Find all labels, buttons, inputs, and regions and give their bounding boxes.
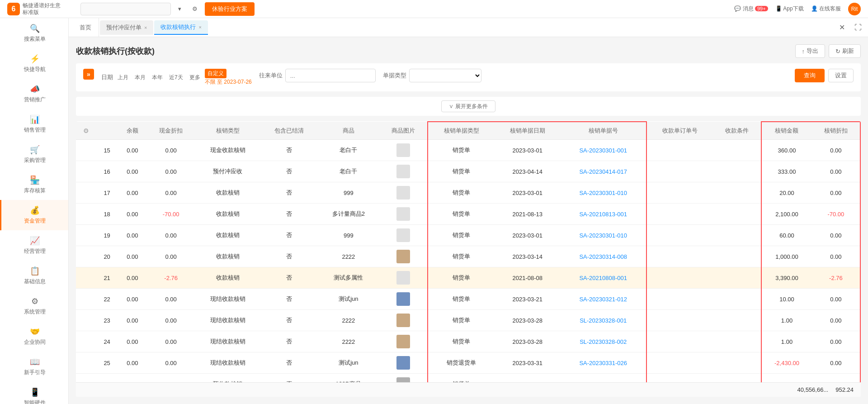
expand-more-button[interactable]: ∨ 展开更多条件 — [441, 100, 495, 112]
value-cell: -2.76 — [164, 275, 178, 281]
td-cancel_bill_no[interactable]: SA-20210813-001 — [561, 204, 646, 225]
sidebar-label-11: 新手引导 — [24, 369, 46, 376]
online-service-link[interactable]: 👤 在线客服 — [811, 5, 841, 13]
sidebar-item-10[interactable]: 🤝企业协同 — [0, 321, 68, 352]
table-footer: 40,556,66... 952.24 — [76, 382, 861, 397]
search-input[interactable] — [80, 3, 171, 15]
notification-icon[interactable]: 💬 消息 99+ — [734, 5, 768, 13]
sidebar-item-8[interactable]: 📋基础信息 — [0, 261, 68, 291]
sidebar-item-2[interactable]: 📣营销推广 — [0, 79, 68, 109]
td-cancel_bill_type: 销货单 — [428, 246, 494, 267]
bill-no-link[interactable]: SA-20210813-001 — [579, 211, 627, 218]
tab-close-btn[interactable]: ✕ — [835, 21, 848, 34]
td-receipt_order_no — [646, 140, 713, 161]
from-unit-input[interactable] — [285, 69, 376, 82]
td-cancel_bill_type: 销货单 — [428, 182, 494, 204]
td-cancel_bill_no[interactable]: SA-20230301-010 — [561, 225, 646, 246]
avatar[interactable]: Rit — [848, 3, 861, 15]
td-cancel_bill_no[interactable]: SA-20230331-026 — [561, 352, 646, 374]
product-image — [396, 186, 410, 200]
export-button[interactable]: ↑ 导出 — [795, 44, 826, 58]
dropdown-btn[interactable]: ▾ — [175, 3, 185, 15]
td-include_settled: 否 — [261, 182, 318, 204]
bill-no-link[interactable]: SA-20230301-010 — [579, 232, 627, 239]
th-cancel_amount: 核销金额 — [761, 122, 812, 140]
sidebar-icon-7: 📈 — [30, 236, 40, 246]
settings-col-icon[interactable]: ⚙ — [83, 127, 89, 134]
sidebar-item-4[interactable]: 🛒采购管理 — [0, 139, 68, 170]
td-cancel_amount: 20.00 — [761, 374, 812, 383]
table-row: 240.000.00现结收款核销否2222销货单2023-03-28SL-202… — [76, 331, 860, 352]
bill-no-link[interactable]: SA-20230414-017 — [579, 168, 627, 175]
query-button[interactable]: 查询 — [795, 69, 825, 82]
th-cash_discount: 现金折扣 — [147, 122, 195, 140]
td-cancel_bill_date: 2023-04-14 — [495, 161, 561, 182]
table-row: 200.000.00收款核销否2222销货单2023-03-14SA-20230… — [76, 246, 860, 267]
bill-no-link[interactable]: SA-20230314-008 — [579, 253, 627, 260]
td-receipt_order_no — [646, 161, 713, 182]
product-image — [396, 377, 410, 382]
bill-no-link[interactable]: SA-20230321-012 — [579, 296, 627, 303]
settings-button[interactable]: 设置 — [828, 69, 854, 82]
td-cancel_bill_no[interactable]: SL-20230328-002 — [561, 331, 646, 352]
td-product_img — [379, 246, 428, 267]
refresh-button[interactable]: ↻ 刷新 — [829, 44, 861, 58]
td-include_settled: 否 — [261, 374, 318, 383]
bill-no-link[interactable]: SA-20230331-026 — [579, 360, 627, 366]
td-receipt_order_no — [646, 267, 713, 289]
td-cancel_bill_no[interactable]: SA-20230314-008 — [561, 246, 646, 267]
filter-bar: » 日期 上月本月本年近7天更多 自定义 不限 至 2023-07-26 往来单… — [76, 63, 861, 91]
sidebar-item-5[interactable]: 🏪库存核算 — [0, 170, 68, 200]
single-report-select[interactable] — [409, 69, 481, 82]
tab-receipt-close[interactable]: × — [198, 24, 201, 30]
sidebar-item-12[interactable]: 📱智能硬件 — [0, 382, 68, 404]
sidebar-item-11[interactable]: 📖新手引导 — [0, 352, 68, 382]
td-cancel_type: 现金收款核销 — [195, 140, 261, 161]
filter-expand-btn[interactable]: » — [83, 69, 94, 80]
td-cancel_bill_no[interactable]: SA-20230414-017 — [561, 161, 646, 182]
td-seq: 24 — [96, 331, 118, 352]
tab-expand-btn[interactable]: ⛶ — [852, 21, 864, 34]
date-opt[interactable]: 近7天 — [167, 73, 185, 82]
sidebar-item-7[interactable]: 📈经营管理 — [0, 230, 68, 261]
table-scroll[interactable]: ⚙余额现金折扣核销类型包含已结清商品商品图片核销单据类型核销单据日期核销单据号收… — [76, 121, 861, 382]
app-download-link[interactable]: 📱 App下载 — [775, 5, 804, 13]
td-cancel_bill_no[interactable]: ABC-001 — [561, 374, 646, 383]
date-opt[interactable]: 本月 — [133, 73, 147, 82]
sidebar-item-3[interactable]: 📊销售管理 — [0, 109, 68, 139]
bill-no-link[interactable]: SL-20230328-001 — [580, 317, 627, 324]
sidebar-label-12: 智能硬件 — [24, 399, 46, 404]
sidebar-item-9[interactable]: ⚙系统管理 — [0, 291, 68, 321]
date-custom[interactable]: 自定义 — [205, 69, 226, 78]
tab-prepay-close[interactable]: × — [144, 25, 147, 30]
td-cancel_type: 现结收款核销 — [195, 310, 261, 331]
sidebar-icon-9: ⚙ — [31, 296, 38, 306]
td-cancel_type: 预付冲应收 — [195, 161, 261, 182]
bill-no-link[interactable]: SA-20230301-001 — [579, 147, 627, 154]
expand-more: ∨ 展开更多条件 — [76, 97, 861, 116]
tab-home[interactable]: 首页 — [72, 18, 99, 37]
td-seq: 16 — [96, 161, 118, 182]
tab-receipt[interactable]: 收款核销执行 × — [154, 20, 208, 35]
tab-prepay[interactable]: 预付冲应付单 × — [100, 20, 153, 35]
td-cancel_bill_no[interactable]: SA-20230301-001 — [561, 140, 646, 161]
td-cash_discount: 0.00 — [147, 331, 195, 352]
td-cancel_bill_no[interactable]: SL-20230328-001 — [561, 310, 646, 331]
bill-no-link[interactable]: SA-20230301-010 — [579, 190, 627, 196]
bill-no-link[interactable]: SA-20210808-001 — [579, 275, 627, 281]
date-opt[interactable]: 本年 — [150, 73, 165, 82]
bill-no-link[interactable]: SL-20230328-002 — [580, 338, 627, 345]
date-opt[interactable]: 更多 — [188, 73, 202, 82]
td-receipt_condition — [713, 161, 761, 182]
td-cancel_bill_no[interactable]: SA-20210808-001 — [561, 267, 646, 289]
td-product_img — [379, 289, 428, 310]
td-cancel_bill_no[interactable]: SA-20230321-012 — [561, 289, 646, 310]
sidebar-item-1[interactable]: ⚡快捷导航 — [0, 48, 68, 79]
td-product_img — [379, 374, 428, 383]
sidebar-item-0[interactable]: 🔍搜索菜单 — [0, 18, 68, 48]
date-opt[interactable]: 上月 — [116, 73, 130, 82]
gear-icon[interactable]: ⚙ — [189, 3, 201, 15]
sidebar-item-6[interactable]: 💰资金管理 — [0, 200, 68, 230]
industry-btn[interactable]: 休验行业方案 — [205, 2, 255, 16]
td-cancel_bill_no[interactable]: SA-20230301-010 — [561, 182, 646, 204]
